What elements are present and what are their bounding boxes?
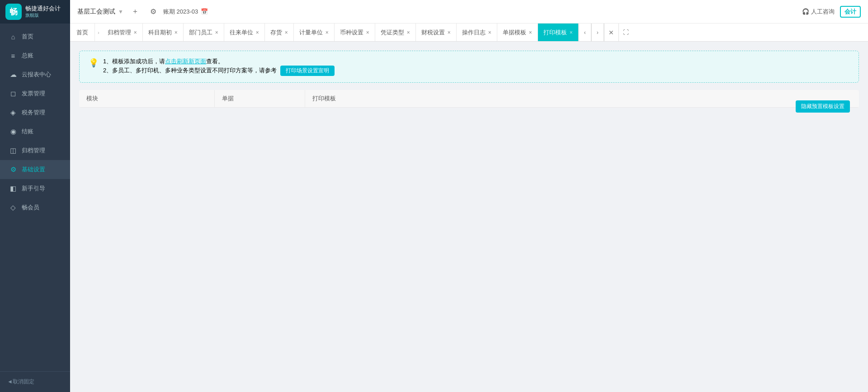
refresh-link[interactable]: 点击刷新新页面 bbox=[165, 58, 206, 65]
add-tab-button[interactable]: ＋ bbox=[129, 5, 142, 18]
sidebar-label-member: 畅会员 bbox=[22, 203, 39, 212]
tab-voucher-template-close-icon[interactable]: × bbox=[529, 29, 532, 36]
notice-text-1: 1、模板添加成功后，请 bbox=[103, 58, 165, 65]
sidebar-label-guide: 新手引导 bbox=[22, 184, 45, 193]
tab-subject-init-label: 科目期初 bbox=[148, 28, 172, 37]
tab-expand-button[interactable]: ⛶ bbox=[618, 24, 633, 42]
main-area: 基层工会测试 ▼ ＋ ⚙ 账期 2023-03 📅 🎧 人工咨询 会计 首页 bbox=[70, 0, 868, 392]
ledger-icon: ≡ bbox=[9, 52, 17, 60]
table-col-module: 模块 bbox=[79, 90, 215, 107]
tab-prev-button[interactable]: ‹ bbox=[579, 24, 591, 42]
tabbar: 首页 › 归档管理 × 科目期初 × 部门员工 × 往来单位 × 存货 × 计量… bbox=[70, 24, 868, 42]
company-chevron-icon: ▼ bbox=[118, 9, 123, 15]
logo-icon: 畅 bbox=[5, 4, 22, 20]
tab-voucher-template-label: 单据模板 bbox=[503, 28, 526, 37]
settings-icon: ⚙ bbox=[9, 165, 17, 174]
tab-voucher-type[interactable]: 凭证类型 × bbox=[375, 24, 416, 42]
sidebar-label-ledger: 总账 bbox=[22, 52, 33, 60]
tab-inventory-close-icon[interactable]: × bbox=[285, 29, 288, 36]
support-button[interactable]: 🎧 人工咨询 bbox=[802, 8, 835, 16]
tab-voucher-type-close-icon[interactable]: × bbox=[407, 29, 410, 36]
notice-line2: 2、多员工、多打印机、多种业务类型设置不同打印方案等，请参考 打印场景设置宣明 bbox=[103, 66, 335, 76]
logo-text-block: 畅捷通好会计 旗舰版 bbox=[25, 5, 61, 19]
sidebar-label-reports: 云报表中心 bbox=[22, 71, 51, 79]
bulb-icon: 💡 bbox=[89, 58, 99, 68]
unpin-button[interactable]: ◄取消固定 bbox=[0, 371, 70, 392]
sidebar-item-tax[interactable]: ◈ 税务管理 bbox=[0, 103, 70, 122]
tab-print-template-close-icon[interactable]: × bbox=[570, 29, 573, 36]
closing-icon: ◉ bbox=[9, 128, 17, 136]
tab-unit[interactable]: 计量单位 × bbox=[294, 24, 335, 42]
tab-unit-close-icon[interactable]: × bbox=[326, 29, 329, 36]
cloud-icon: ☁ bbox=[9, 71, 17, 79]
tab-home-label: 首页 bbox=[76, 28, 88, 37]
accountant-label: 会计 bbox=[844, 8, 856, 15]
company-selector[interactable]: 基层工会测试 ▼ bbox=[77, 8, 123, 16]
tab-next-button[interactable]: › bbox=[591, 24, 604, 42]
tab-operation-log[interactable]: 操作日志 × bbox=[457, 24, 497, 42]
hide-preview-settings-label: 隐藏预置模板设置 bbox=[801, 103, 844, 109]
company-name: 基层工会测试 bbox=[77, 8, 115, 16]
sidebar-label-settings: 基础设置 bbox=[22, 165, 45, 174]
sidebar-item-closing[interactable]: ◉ 结账 bbox=[0, 122, 70, 141]
tab-inventory-label: 存货 bbox=[270, 28, 282, 37]
tab-archive-close-icon[interactable]: × bbox=[134, 29, 137, 36]
calendar-icon[interactable]: 📅 bbox=[201, 8, 208, 15]
sidebar-label-archive: 归档管理 bbox=[22, 146, 45, 155]
period-display: 账期 2023-03 📅 bbox=[163, 8, 208, 16]
sidebar-label-tax: 税务管理 bbox=[22, 109, 45, 117]
tab-archive[interactable]: 归档管理 × bbox=[102, 24, 143, 42]
tab-tax-settings-close-icon[interactable]: × bbox=[448, 29, 451, 36]
tab-print-template[interactable]: 打印模板 × bbox=[538, 24, 579, 42]
tab-subject-init[interactable]: 科目期初 × bbox=[143, 24, 184, 42]
tab-voucher-template[interactable]: 单据模板 × bbox=[497, 24, 538, 42]
sidebar-nav: ⌂ 首页 ≡ 总账 ☁ 云报表中心 ◻ 发票管理 ◈ 税务管理 ◉ 结账 ◫ 归… bbox=[0, 24, 70, 371]
home-icon: ⌂ bbox=[9, 33, 17, 41]
tab-home[interactable]: 首页 bbox=[70, 24, 95, 42]
tab-counterparty-close-icon[interactable]: × bbox=[256, 29, 259, 36]
sidebar-item-guide[interactable]: ◧ 新手引导 bbox=[0, 179, 70, 198]
tab-department-close-icon[interactable]: × bbox=[215, 29, 218, 36]
period-label: 账期 bbox=[163, 8, 175, 16]
tab-operation-log-close-icon[interactable]: × bbox=[488, 29, 491, 36]
print-scene-button[interactable]: 打印场景设置宣明 bbox=[280, 66, 335, 76]
sidebar-item-settings[interactable]: ⚙ 基础设置 bbox=[0, 160, 70, 179]
notice-line1: 1、模板添加成功后，请点击刷新新页面查看。 bbox=[103, 57, 335, 66]
tab-subject-init-close-icon[interactable]: × bbox=[175, 29, 178, 36]
tab-tax-settings[interactable]: 财税设置 × bbox=[416, 24, 457, 42]
app-name: 畅捷通好会计 bbox=[25, 5, 61, 13]
content-wrapper: 隐藏预置模板设置 💡 1、模板添加成功后，请点击刷新新页面查看。 2、多员工、多… bbox=[79, 51, 859, 108]
tab-archive-label: 归档管理 bbox=[108, 28, 131, 37]
sidebar-item-invoice[interactable]: ◻ 发票管理 bbox=[0, 84, 70, 103]
tab-currency[interactable]: 币种设置 × bbox=[335, 24, 375, 42]
accountant-badge[interactable]: 会计 bbox=[840, 6, 861, 18]
sidebar-item-archive[interactable]: ◫ 归档管理 bbox=[0, 141, 70, 160]
sidebar-label-home: 首页 bbox=[22, 33, 33, 41]
sidebar-item-reports[interactable]: ☁ 云报表中心 bbox=[0, 65, 70, 84]
notice-text-2: 2、多员工、多打印机、多种业务类型设置不同打印方案等，请参考 bbox=[103, 67, 277, 74]
app-logo: 畅 畅捷通好会计 旗舰版 bbox=[0, 0, 70, 24]
sidebar: 畅 畅捷通好会计 旗舰版 ⌂ 首页 ≡ 总账 ☁ 云报表中心 ◻ 发票管理 ◈ … bbox=[0, 0, 70, 392]
invoice-icon: ◻ bbox=[9, 90, 17, 98]
tab-counterparty[interactable]: 往来单位 × bbox=[224, 24, 265, 42]
notice-box: 💡 1、模板添加成功后，请点击刷新新页面查看。 2、多员工、多打印机、多种业务类… bbox=[79, 51, 859, 83]
sidebar-item-member[interactable]: ◇ 畅会员 bbox=[0, 198, 70, 217]
tab-voucher-type-label: 凭证类型 bbox=[381, 28, 404, 37]
settings-button[interactable]: ⚙ bbox=[147, 5, 160, 18]
sidebar-item-ledger[interactable]: ≡ 总账 bbox=[0, 46, 70, 65]
tab-counterparty-label: 往来单位 bbox=[230, 28, 253, 37]
sidebar-label-closing: 结账 bbox=[22, 128, 33, 136]
member-icon: ◇ bbox=[9, 203, 17, 212]
table-header-row: 模块 单据 打印模板 bbox=[79, 90, 859, 108]
notice-content: 1、模板添加成功后，请点击刷新新页面查看。 2、多员工、多打印机、多种业务类型设… bbox=[103, 57, 335, 76]
tab-department[interactable]: 部门员工 × bbox=[184, 24, 224, 42]
hide-preview-settings-button[interactable]: 隐藏预置模板设置 bbox=[796, 100, 850, 113]
tab-close-all-button[interactable]: ✕ bbox=[604, 24, 618, 42]
sidebar-item-home[interactable]: ⌂ 首页 bbox=[0, 27, 70, 46]
support-label: 人工咨询 bbox=[811, 8, 835, 16]
sidebar-label-invoice: 发票管理 bbox=[22, 90, 45, 98]
tab-inventory[interactable]: 存货 × bbox=[265, 24, 294, 42]
tab-currency-close-icon[interactable]: × bbox=[366, 29, 369, 36]
tab-operation-log-label: 操作日志 bbox=[462, 28, 486, 37]
topbar: 基层工会测试 ▼ ＋ ⚙ 账期 2023-03 📅 🎧 人工咨询 会计 bbox=[70, 0, 868, 24]
